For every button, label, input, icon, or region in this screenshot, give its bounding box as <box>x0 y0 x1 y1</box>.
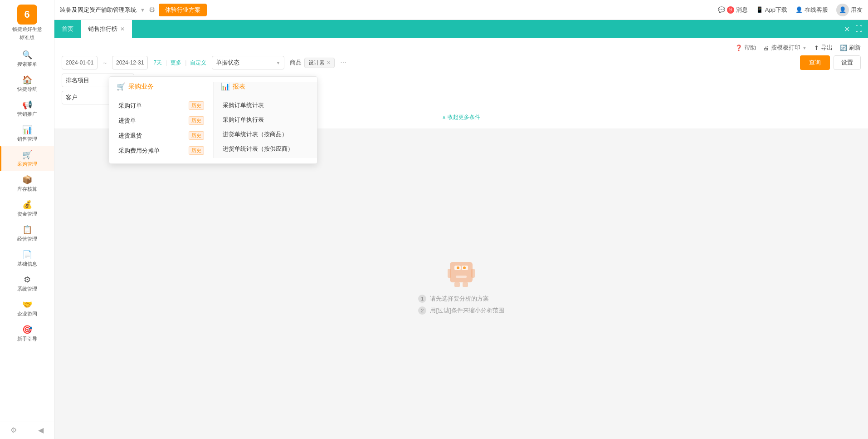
sidebar-item-quick-nav[interactable]: 🏠 快捷导航 <box>0 71 54 96</box>
setting-btn[interactable]: 设置 <box>834 55 861 70</box>
goods-tag: 设计素 ✕ <box>304 58 335 68</box>
export-btn[interactable]: ⬆ 导出 <box>814 44 833 52</box>
dropdown-item-purchase-order-exec[interactable]: 采购订单执行表 <box>221 113 310 127</box>
home-icon: 🏠 <box>22 75 32 85</box>
dropdown-item-purchase-order-stats[interactable]: 采购订单统计表 <box>221 98 310 113</box>
finance-icon: 💰 <box>22 200 32 210</box>
sidebar-item-guide[interactable]: 🎯 新手引导 <box>0 321 54 346</box>
dropdown-item-inbound[interactable]: 进货单 历史 <box>117 113 206 128</box>
dropdown-item-inbound-stats-supplier[interactable]: 进货单统计表（按供应商） <box>221 142 310 156</box>
date-start-input[interactable]: 2024-01-01 <box>62 56 98 69</box>
dropdown-item-purchase-expense[interactable]: 采购费用分摊单 历史 <box>117 143 206 158</box>
svg-point-9 <box>463 266 466 269</box>
help-label: 帮助 <box>744 44 756 52</box>
svg-rect-3 <box>456 276 467 278</box>
quick-more[interactable]: 更多 <box>171 59 181 67</box>
app-download-label: App下载 <box>765 6 787 14</box>
refresh-label: 刷新 <box>849 44 861 52</box>
customer-label: 客户 <box>66 94 78 102</box>
quick-custom[interactable]: 自定义 <box>190 59 206 67</box>
header-settings-icon[interactable]: ⚙ <box>149 5 155 14</box>
online-service-label: 在线客服 <box>805 6 828 14</box>
sidebar-item-finance[interactable]: 💰 资金管理 <box>0 196 54 221</box>
sidebar-bottom: ⚙ ◀ <box>0 421 54 439</box>
sidebar-nav: 🔍 搜索菜单 🏠 快捷导航 📢 营销推广 📊 销售管理 🛒 采购管理 📦 库存核… <box>0 46 54 421</box>
phone-icon: 📱 <box>756 6 763 13</box>
sidebar-item-search[interactable]: 🔍 搜索菜单 <box>0 46 54 71</box>
sidebar-item-marketing[interactable]: 📢 营销推广 <box>0 96 54 121</box>
sidebar-collapse-btn[interactable]: ◀ <box>38 426 44 434</box>
sidebar-item-purchase[interactable]: 🛒 采购管理 <box>0 146 54 171</box>
sidebar-item-enterprise[interactable]: 🤝 企业协同 <box>0 296 54 321</box>
logo-icon: 6 <box>17 5 37 25</box>
purchase-col-icon: 🛒 <box>117 82 126 91</box>
content-area: ❓ 帮助 🖨 按模板打印 ▼ ⬆ 导出 🔄 刷新 <box>54 38 868 439</box>
customer-select[interactable]: 客户 <box>62 91 116 104</box>
dropdown-chevron-icon[interactable]: ▼ <box>140 7 145 13</box>
collapse-filters-btn[interactable]: ∧ 收起更多条件 <box>439 111 483 124</box>
tab-close-all-icon[interactable]: ✕ <box>842 24 852 35</box>
empty-step-2: 2 用[过滤]条件来缩小分析范围 <box>418 306 504 315</box>
purchase-order-stats-label: 采购订单统计表 <box>223 101 264 109</box>
sidebar-label-finance: 资金管理 <box>17 211 37 217</box>
help-btn[interactable]: ❓ 帮助 <box>735 44 756 52</box>
purchase-order-label: 采购订单 <box>118 102 142 110</box>
step-1-num: 1 <box>418 295 426 303</box>
tab-close-icon[interactable]: ✕ <box>120 26 125 32</box>
dropdown-item-inbound-stats-goods[interactable]: 进货单统计表（按商品） <box>221 127 310 142</box>
app-download-btn[interactable]: 📱 App下载 <box>756 6 787 14</box>
goods-tag-close-icon[interactable]: ✕ <box>327 60 331 66</box>
inventory-icon: 📦 <box>22 175 32 185</box>
purchase-dropdown-menu: 🛒 采购业务 采购订单 历史 进货单 历史 进货退货 历史 <box>109 76 317 164</box>
voucher-status-select[interactable]: 单据状态 ▼ <box>212 56 284 69</box>
date-end-input[interactable]: 2024-12-31 <box>112 56 148 69</box>
system-title: 装备及固定资产辅助管理系统 <box>60 6 137 14</box>
service-icon: 👤 <box>795 6 803 13</box>
goods-more-btn[interactable]: ··· <box>340 59 346 67</box>
template-print-btn[interactable]: 🖨 按模板打印 ▼ <box>763 44 807 52</box>
sidebar-label-guide: 新手引导 <box>17 335 37 342</box>
header-right-actions: 💬 9 消息 📱 App下载 👤 在线客服 👤 用友 <box>718 4 863 16</box>
refresh-icon: 🔄 <box>840 44 847 51</box>
sidebar-item-inventory[interactable]: 📦 库存核算 <box>0 171 54 196</box>
collapse-label: 收起更多条件 <box>448 113 480 121</box>
sidebar-item-basic-info[interactable]: 📄 基础信息 <box>0 246 54 271</box>
quick-date-sep2: | <box>185 59 186 66</box>
inbound-return-label: 进货退货 <box>118 132 142 140</box>
header-left: 装备及固定资产辅助管理系统 ▼ ⚙ 体验行业方案 <box>60 4 207 16</box>
step-2-text: 用[过滤]条件来缩小分析范围 <box>430 306 504 315</box>
sidebar-settings-btn[interactable]: ⚙ <box>10 426 17 434</box>
collapse-up-icon: ∧ <box>442 114 446 120</box>
tab-expand-icon[interactable]: ⛶ <box>853 24 864 34</box>
enterprise-icon: 🤝 <box>22 300 32 310</box>
online-service-btn[interactable]: 👤 在线客服 <box>795 6 828 14</box>
industry-btn[interactable]: 体验行业方案 <box>159 4 207 16</box>
system-icon: ⚙ <box>24 275 31 285</box>
sidebar-label-quick-nav: 快捷导航 <box>17 86 37 93</box>
dropdown-item-purchase-order[interactable]: 采购订单 历史 <box>117 98 206 113</box>
dropdown-item-inbound-return[interactable]: 进货退货 历史 <box>117 128 206 143</box>
inbound-stats-supplier-label: 进货单统计表（按供应商） <box>223 145 293 153</box>
sidebar-item-operations[interactable]: 📋 经营管理 <box>0 221 54 246</box>
date-start-value: 2024-01-01 <box>66 59 93 66</box>
quick-date-sep1: | <box>166 59 167 66</box>
sidebar-item-sales[interactable]: 📊 销售管理 <box>0 121 54 146</box>
message-icon: 💬 <box>718 6 725 13</box>
refresh-btn[interactable]: 🔄 刷新 <box>840 44 861 52</box>
user-menu[interactable]: 👤 用友 <box>836 4 863 16</box>
query-btn[interactable]: 查询 <box>800 55 830 70</box>
sidebar-item-system[interactable]: ⚙ 系统管理 <box>0 271 54 296</box>
inbound-history-badge: 历史 <box>189 116 204 125</box>
operations-icon: 📋 <box>22 225 32 235</box>
svg-point-8 <box>457 266 459 269</box>
tab-home[interactable]: 首页 <box>54 20 81 38</box>
quick-7days[interactable]: 7天 <box>153 59 162 67</box>
rank-by-label: 排名项目 <box>66 76 89 84</box>
tab-sales-ranking[interactable]: 销售排行榜 ✕ <box>81 20 132 38</box>
sidebar-label-enterprise: 企业协同 <box>17 311 37 317</box>
search-icon: 🔍 <box>22 50 32 60</box>
purchase-order-history-badge: 历史 <box>189 101 204 110</box>
svg-rect-0 <box>450 262 473 282</box>
sidebar-label-search: 搜索菜单 <box>17 61 37 68</box>
messages-btn[interactable]: 💬 9 消息 <box>718 6 748 14</box>
